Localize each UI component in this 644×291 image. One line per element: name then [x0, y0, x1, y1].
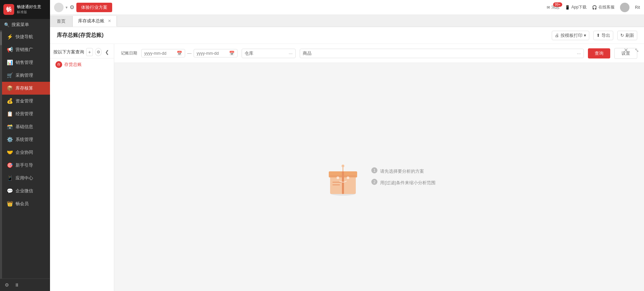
app-logo: 畅 畅捷通好生意 标准版 [0, 0, 50, 19]
phone-icon: 📱 [565, 5, 570, 10]
purchase-icon: 🛒 [7, 72, 13, 78]
beginner-icon: 🎯 [7, 162, 13, 168]
printer-icon: 🖨 [555, 33, 559, 38]
product-more-icon[interactable]: ··· [577, 51, 581, 56]
topbar-avatar [54, 3, 64, 12]
message-icon: ✉ [547, 5, 550, 10]
topbar-right: ✉ 消息 99+ 📱 App下载 🎧 在线客服 Rit [547, 3, 640, 12]
sidebar-item-system[interactable]: ⚙️ 系统管理 [2, 133, 50, 146]
empty-tip-2: 2 用[过滤]条件来缩小分析范围 [371, 178, 435, 187]
fund-icon: 💰 [7, 98, 13, 104]
empty-text: 1 请先选择要分析的方案 2 用[过滤]条件来缩小分析范围 [371, 167, 435, 187]
sidebar-item-inventory[interactable]: 📦 库存核算 [2, 82, 50, 95]
empty-state: 1 请先选择要分析的方案 2 用[过滤]条件来缩小分析范围 [114, 63, 644, 291]
inventory-icon: 📦 [7, 85, 13, 91]
filter-scheme-item-inventory[interactable]: 存 存货总账 [50, 58, 114, 71]
topbar: ▾ ⚙ 体验行业方案 ✉ 消息 99+ 📱 App下载 🎧 在线客服 Rit [50, 0, 644, 15]
filter-setting-btn[interactable]: ⚙ [95, 48, 102, 56]
basic-info-icon: 🗃️ [7, 124, 13, 130]
print-template-btn[interactable]: 🖨 按模板打印 ▾ [552, 31, 589, 40]
filter-bar: 记账日期 📅 — 📅 仓库 ··· [114, 44, 644, 63]
step-2-num: 2 [371, 179, 377, 185]
marketing-icon: 📢 [7, 47, 13, 53]
sidebar-item-enterprise-wechat[interactable]: 💬 企业微信 [2, 185, 50, 197]
product-selector[interactable]: 商品 ··· [300, 49, 584, 58]
sidebar-item-fund[interactable]: 💰 资金管理 [2, 95, 50, 107]
content: 库存总账(存货总账) 🖨 按模板打印 ▾ ⬆ 导出 ↻ 刷新 [50, 27, 644, 291]
messages-badge: 99+ [553, 2, 562, 7]
svg-point-8 [347, 176, 349, 179]
scheme-icon: 存 [55, 61, 62, 68]
membership-icon: 👑 [7, 201, 13, 207]
quick-nav-icon: ⚡ [7, 34, 13, 40]
logo-icon: 畅 [3, 4, 14, 15]
date-range: 📅 — 📅 [141, 49, 238, 57]
refresh-btn[interactable]: ↻ 刷新 [617, 31, 637, 40]
enterprise-wechat-icon: 💬 [7, 188, 13, 194]
online-service-btn[interactable]: 🎧 在线客服 [592, 4, 615, 10]
audio-icon[interactable]: ⏸ [15, 282, 19, 288]
calendar-start-icon[interactable]: 📅 [177, 51, 182, 56]
close-panel-icon[interactable]: ✕ [621, 45, 630, 55]
filter-top: 按以下方案查询 + ⚙ ❮ [50, 46, 114, 58]
svg-rect-3 [342, 171, 344, 194]
sidebar-item-purchase[interactable]: 🛒 采购管理 [2, 69, 50, 82]
sidebar-item-quick-nav[interactable]: ⚡ 快捷导航 [2, 30, 50, 43]
filter-label: 按以下方案查询 [53, 49, 84, 55]
search-menu[interactable]: 🔍 搜索菜单 [0, 19, 50, 30]
dropdown-arrow-icon: ▾ [584, 33, 586, 38]
calendar-end-icon[interactable]: 📅 [229, 51, 234, 56]
page-header-actions: 🖨 按模板打印 ▾ ⬆ 导出 ↻ 刷新 [552, 31, 637, 40]
sidebar-item-membership[interactable]: 👑 畅会员 [2, 197, 50, 210]
right-content: 记账日期 📅 — 📅 仓库 ··· [114, 44, 644, 291]
topbar-dropdown-arrow[interactable]: ▾ [66, 5, 68, 10]
date-label: 记账日期 [121, 50, 137, 56]
warehouse-selector[interactable]: 仓库 ··· [242, 49, 296, 58]
settings-icon[interactable]: ⚙ [5, 282, 9, 288]
sidebar-item-operation[interactable]: 📋 经营管理 [2, 107, 50, 120]
topbar-gear-icon[interactable]: ⚙ [70, 4, 74, 10]
export-btn[interactable]: ⬆ 导出 [593, 31, 613, 40]
date-start-field[interactable] [144, 51, 175, 56]
left-filter-panel: 按以下方案查询 + ⚙ ❮ 存 存货总账 [50, 44, 114, 291]
sidebar: 畅 畅捷通好生意 标准版 🔍 搜索菜单 ⚡ 快捷导航 📢 营销推广 📊 销售管理 [0, 0, 50, 291]
sidebar-item-beginner[interactable]: 🎯 新手引导 [2, 159, 50, 172]
filter-collapse-btn[interactable]: ❮ [104, 48, 110, 56]
messages-btn[interactable]: ✉ 消息 99+ [547, 4, 560, 10]
refresh-icon: ↻ [620, 33, 624, 38]
sales-icon: 📊 [7, 59, 13, 66]
tab-inventory-ledger[interactable]: 库存成本总账 ✕ [73, 16, 117, 27]
app-download-btn[interactable]: 📱 App下载 [565, 4, 587, 10]
operation-icon: 📋 [7, 111, 13, 117]
headset-icon: 🎧 [592, 5, 597, 10]
sidebar-item-marketing[interactable]: 📢 营销推广 [2, 43, 50, 56]
industry-btn[interactable]: 体验行业方案 [76, 3, 112, 12]
empty-tip-1: 1 请先选择要分析的方案 [371, 167, 435, 176]
sidebar-item-enterprise[interactable]: 🤝 企业协同 [2, 146, 50, 159]
tab-close-icon[interactable]: ✕ [108, 19, 111, 23]
sidebar-item-basic-info[interactable]: 🗃️ 基础信息 [2, 120, 50, 133]
warehouse-more-icon[interactable]: ··· [289, 51, 293, 56]
app-center-icon: 📱 [7, 175, 13, 181]
page-header: 库存总账(存货总账) 🖨 按模板打印 ▾ ⬆ 导出 ↻ 刷新 [50, 27, 644, 44]
topbar-left: ▾ ⚙ 体验行业方案 [54, 3, 544, 12]
sidebar-item-sales[interactable]: 📊 销售管理 [2, 56, 50, 69]
filter-add-btn[interactable]: + [86, 48, 93, 56]
query-btn[interactable]: 查询 [588, 48, 610, 58]
tabs-bar: 首页 库存成本总账 ✕ [50, 15, 644, 27]
svg-point-7 [337, 176, 339, 179]
main-body: 按以下方案查询 + ⚙ ❮ 存 存货总账 记账日期 [50, 44, 644, 291]
page-title: 库存总账(存货总账) [57, 32, 104, 39]
date-separator: — [187, 51, 192, 56]
sidebar-item-app-center[interactable]: 📱 应用中心 [2, 172, 50, 185]
enterprise-icon: 🤝 [7, 149, 13, 155]
user-avatar[interactable] [620, 3, 629, 12]
tab-home[interactable]: 首页 [50, 16, 73, 27]
app-name: 畅捷通好生意 [17, 4, 41, 10]
date-end-field[interactable] [197, 51, 227, 56]
user-name: Rit [635, 5, 640, 10]
empty-illustration [323, 157, 363, 197]
date-end-input[interactable]: 📅 [194, 49, 238, 57]
date-start-input[interactable]: 📅 [141, 49, 185, 57]
expand-panel-icon[interactable]: ⤡ [632, 45, 641, 55]
